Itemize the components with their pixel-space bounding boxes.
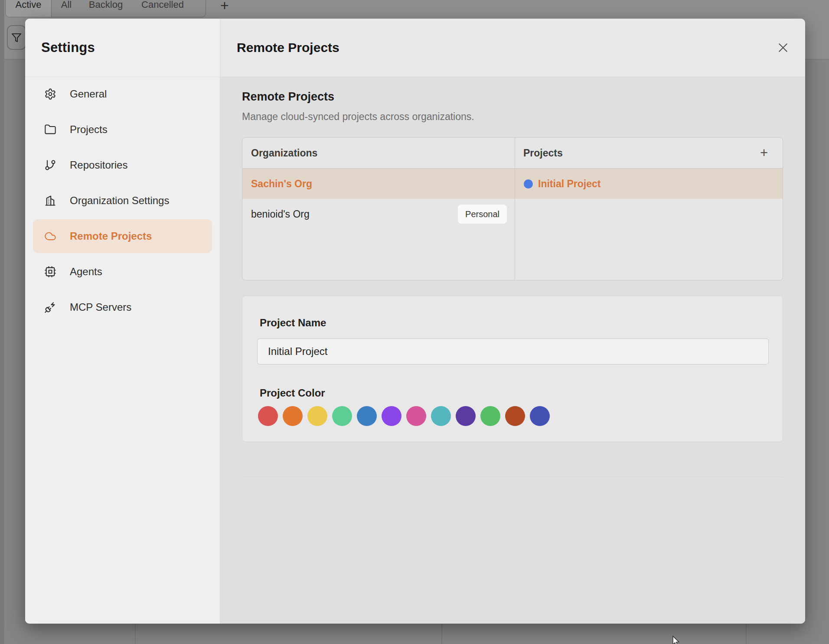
add-project-button[interactable]: + bbox=[755, 144, 773, 162]
sidebar-item-projects[interactable]: Projects bbox=[33, 113, 212, 146]
sidebar-item-repositories[interactable]: Repositories bbox=[33, 148, 212, 182]
tab-active[interactable]: Active bbox=[6, 0, 52, 17]
project-row-initial-project[interactable]: Initial Project bbox=[515, 169, 783, 199]
color-swatch-row bbox=[258, 406, 764, 426]
sidebar-item-organization-settings[interactable]: Organization Settings bbox=[33, 184, 212, 218]
color-swatch-violet[interactable] bbox=[456, 406, 476, 426]
project-details-card: Project Name Project Color bbox=[242, 296, 783, 442]
close-button[interactable] bbox=[775, 39, 791, 56]
color-swatch-orange[interactable] bbox=[283, 406, 303, 426]
close-icon bbox=[777, 41, 790, 54]
funnel-icon bbox=[11, 33, 22, 43]
panel-header: Remote Projects bbox=[220, 19, 805, 77]
panel-title: Remote Projects bbox=[237, 40, 339, 55]
filter-button[interactable] bbox=[7, 25, 26, 50]
color-swatch-yellow[interactable] bbox=[307, 406, 327, 426]
color-swatch-teal[interactable] bbox=[431, 406, 451, 426]
settings-title: Settings bbox=[41, 40, 95, 55]
sidebar-item-agents[interactable]: Agents bbox=[33, 255, 212, 289]
mouse-cursor bbox=[670, 635, 682, 644]
sidebar-header: Settings bbox=[25, 19, 220, 77]
sidebar-item-label: Repositories bbox=[70, 159, 127, 171]
organizations-column-header: Organizations bbox=[251, 138, 317, 169]
color-swatch-purple[interactable] bbox=[382, 406, 401, 426]
color-swatch-blue[interactable] bbox=[357, 406, 377, 426]
org-projects-table: Organizations Projects + Sachin's Org be… bbox=[242, 137, 783, 280]
settings-modal: Settings General Projects Repositories bbox=[25, 19, 805, 624]
sidebar-item-label: Projects bbox=[70, 124, 108, 136]
content-divider bbox=[242, 477, 783, 477]
project-name-input[interactable] bbox=[257, 338, 769, 364]
panel-content: Remote Projects Manage cloud-synced proj… bbox=[220, 77, 805, 624]
sidebar-item-label: General bbox=[70, 88, 107, 100]
org-row-sachins-org[interactable]: Sachin's Org bbox=[242, 169, 515, 199]
project-color-label: Project Color bbox=[260, 387, 764, 399]
git-branch-icon bbox=[44, 159, 56, 171]
project-color-dot bbox=[524, 179, 533, 189]
sidebar-item-mcp-servers[interactable]: MCP Servers bbox=[33, 290, 212, 324]
org-name: benioid's Org bbox=[251, 208, 310, 220]
project-name-label: Project Name bbox=[260, 317, 764, 329]
org-name: Sachin's Org bbox=[251, 178, 312, 190]
gear-icon bbox=[44, 88, 56, 100]
color-swatch-mint[interactable] bbox=[332, 406, 352, 426]
sidebar-item-label: Organization Settings bbox=[70, 195, 169, 207]
settings-main-pane: Remote Projects Remote Projects Manage c… bbox=[220, 19, 805, 624]
org-row-benioids-org[interactable]: benioid's Org Personal bbox=[242, 199, 515, 229]
color-swatch-indigo[interactable] bbox=[530, 406, 550, 426]
sidebar-item-label: Remote Projects bbox=[70, 230, 152, 242]
add-view-button[interactable]: + bbox=[217, 0, 232, 13]
sidebar-item-label: MCP Servers bbox=[70, 301, 131, 313]
tab-all[interactable]: All bbox=[52, 0, 81, 17]
folder-icon bbox=[44, 124, 56, 136]
tab-backlog[interactable]: Backlog bbox=[81, 0, 131, 17]
color-swatch-red[interactable] bbox=[258, 406, 278, 426]
color-swatch-pink[interactable] bbox=[406, 406, 426, 426]
personal-badge: Personal bbox=[458, 205, 507, 224]
background-left-edge bbox=[0, 0, 4, 644]
color-swatch-green[interactable] bbox=[480, 406, 500, 426]
cpu-icon bbox=[44, 266, 56, 278]
section-title: Remote Projects bbox=[242, 90, 783, 104]
plug-icon bbox=[44, 301, 56, 313]
tab-cancelled[interactable]: Cancelled bbox=[131, 0, 195, 17]
table-header bbox=[242, 138, 783, 169]
settings-sidebar: Settings General Projects Repositories bbox=[25, 19, 220, 624]
sidebar-item-general[interactable]: General bbox=[33, 77, 212, 111]
sidebar-item-label: Agents bbox=[70, 266, 102, 278]
project-name: Initial Project bbox=[538, 178, 601, 190]
building-icon bbox=[44, 195, 56, 207]
cloud-icon bbox=[44, 230, 56, 242]
sidebar-item-remote-projects[interactable]: Remote Projects bbox=[33, 219, 212, 253]
projects-column-header: Projects bbox=[523, 138, 563, 169]
color-swatch-rust[interactable] bbox=[505, 406, 525, 426]
view-tabs: Active All Backlog Cancelled bbox=[5, 0, 206, 17]
section-subtitle: Manage cloud-synced projects across orga… bbox=[242, 111, 783, 123]
column-divider bbox=[515, 138, 515, 280]
settings-nav: General Projects Repositories Organizati… bbox=[25, 77, 220, 324]
